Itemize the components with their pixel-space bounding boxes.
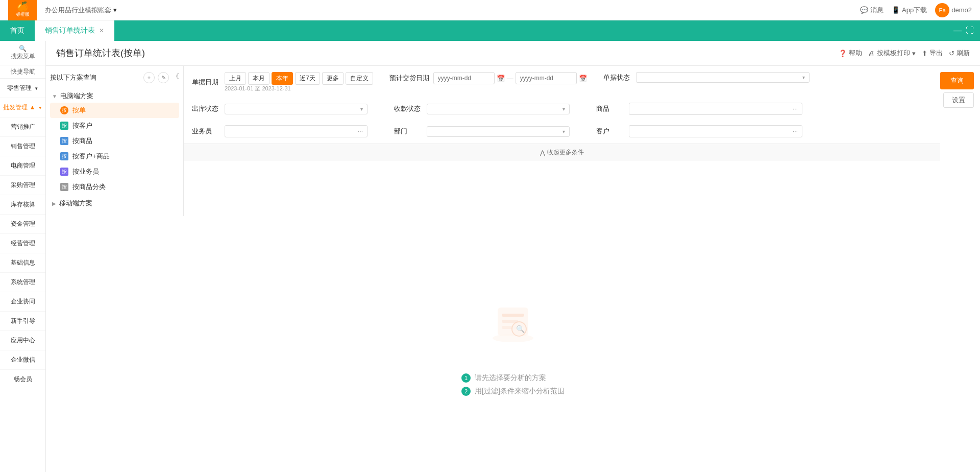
expected-date-start[interactable] [433,72,495,84]
message-icon: 💬 [860,6,868,14]
sidebar-item-guide[interactable]: 新手引导 [0,312,45,331]
topbar-left: 🍊 标橙版 办公用品行业模拟账套 ▾ [8,0,117,20]
ship-status-select[interactable]: ▾ [225,104,368,114]
sidebar-item-inventory[interactable]: 库存核算 [0,195,45,215]
empty-tips: 1 请先选择要分析的方案 2 用[过滤]条件来缩小分析范围 [461,373,565,396]
marketing-label: 营销推广 [11,123,35,130]
dept-select[interactable]: ▾ [427,126,570,137]
help-btn[interactable]: ❓ 帮助 [839,49,862,58]
payment-status-select[interactable]: ▾ [427,104,570,114]
customer-select[interactable]: ··· [629,125,802,137]
reset-btn[interactable]: 设置 [943,92,974,108]
scheme-item-by-goods[interactable]: 按 按商品 [50,133,179,149]
date-btn-last-month[interactable]: 上月 [225,72,246,85]
sidebar-item-operation[interactable]: 经营管理 [0,234,45,253]
scheme-edit-btn[interactable]: ✎ [158,72,169,83]
wechat-label: 企业微信 [11,356,35,363]
by-customer-label: 按客户 [72,121,92,130]
more-icon[interactable]: ··· [793,128,798,135]
calendar-end-icon[interactable]: 📅 [579,75,587,82]
sidebar-item-finance[interactable]: 资金管理 [0,215,45,234]
scheme-item-by-category[interactable]: 按 按商品分类 [50,179,179,195]
customer-label: 客户 [596,127,625,136]
collapse-bar[interactable]: ⋀ 收起更多条件 [184,144,940,161]
sidebar-item-member[interactable]: 畅会员 [0,370,45,389]
date-btn-this-month[interactable]: 本月 [248,72,270,85]
scheme-group-desktop-header[interactable]: ▼ 电脑端方案 [50,89,179,103]
window-minimize-btn[interactable]: — [953,26,962,35]
by-customer-goods-label: 按客户+商品 [72,152,110,161]
sidebar-item-sales[interactable]: 销售管理 [0,137,45,156]
goods-select[interactable]: ··· [629,103,802,115]
template-print-label: 按模板打印 [877,49,910,58]
dept-label: 部门 [394,127,423,136]
logo: 🍊 标橙版 [8,0,37,20]
sidebar-item-marketing[interactable]: 营销推广 [0,117,45,137]
expected-date-inputs: 📅 — 📅 [433,72,587,84]
tip-num-1: 1 [461,373,471,383]
sidebar-item-app-center[interactable]: 应用中心 [0,331,45,350]
sidebar-item-wholesale[interactable]: 批发管理 ▲ [0,98,45,117]
template-print-btn[interactable]: 🖨 按模板打印 ▾ [868,49,916,58]
close-icon[interactable]: ✕ [99,27,104,34]
sidebar-item-cooperation[interactable]: 企业协同 [0,292,45,312]
date-btn-7days[interactable]: 近7天 [295,72,320,85]
calendar-start-icon[interactable]: 📅 [497,75,505,82]
by-category-icon: 按 [60,183,68,191]
sidebar-item-system[interactable]: 系统管理 [0,273,45,292]
sales-label: 销售管理 [11,143,35,150]
sidebar-item-basics[interactable]: 基础信息 [0,253,45,273]
scheme-collapse-btn[interactable]: 《 [172,72,179,83]
help-icon: ❓ [839,50,847,57]
page-header: 销售订单统计表(按单) ❓ 帮助 🖨 按模板打印 ▾ ⬆ 导出 ↺ 刷新 [46,41,980,66]
scheme-group-mobile-label: 移动端方案 [59,199,92,208]
query-btn[interactable]: 查询 [940,72,974,89]
date-btn-this-year[interactable]: 本年 [272,72,293,85]
date-btn-more[interactable]: 更多 [322,72,344,85]
date-btn-custom[interactable]: 自定义 [346,72,373,85]
customer-filter: 客户 ··· [596,125,932,137]
refresh-btn[interactable]: ↺ 刷新 [949,49,970,58]
tab-home[interactable]: 首页 [0,20,35,41]
ship-status-label: 出库状态 [192,104,220,113]
scheme-group-mobile-header[interactable]: ▶ 移动端方案 [50,197,179,210]
tab-sales-order-stats[interactable]: 销售订单统计表 ✕ [35,20,114,41]
salesperson-select[interactable]: ··· [225,125,368,137]
export-btn[interactable]: ⬆ 导出 [922,49,943,58]
cooperation-label: 企业协同 [11,298,35,305]
sidebar-item-ecommerce[interactable]: 电商管理 [0,156,45,176]
expected-date-end[interactable] [516,72,577,84]
payment-status-filter: 收款状态 ▾ [394,104,570,114]
scheme-item-by-customer[interactable]: 按 按客户 [50,118,179,133]
scheme-panel: 按以下方案查询 + ✎ 《 ▼ 电脑端方案 按 按单 [46,66,184,216]
more-icon[interactable]: ··· [358,128,363,135]
by-order-label: 按单 [72,106,86,115]
sidebar-item-retail[interactable]: 零售管理 [0,79,45,98]
user-menu[interactable]: Ea demo2 [935,3,972,17]
scheme-item-by-customer-goods[interactable]: 按 按客户+商品 [50,149,179,164]
svg-text:🔍: 🔍 [516,325,525,334]
app-selector[interactable]: 办公用品行业模拟账套 ▾ [41,6,117,15]
scheme-item-by-salesperson[interactable]: 按 按业务员 [50,164,179,179]
expand-icon: ▶ [52,201,56,206]
sidebar-quick-nav[interactable]: 快捷导航 [0,65,45,79]
topbar: 🍊 标橙版 办公用品行业模拟账套 ▾ 💬 消息 📱 App下载 Ea demo2 [0,0,980,20]
by-goods-label: 按商品 [72,136,92,146]
window-maximize-btn[interactable]: ⛶ [966,26,974,35]
app-download-btn[interactable]: 📱 App下载 [892,6,927,15]
by-customer-icon: 按 [60,122,68,130]
scheme-item-by-order[interactable]: 按 按单 [50,103,179,118]
expected-date-label: 预计交货日期 [389,74,429,83]
sidebar-search[interactable]: 🔍 搜索菜单 [0,41,45,65]
message-btn[interactable]: 💬 消息 [860,6,884,15]
order-status-select[interactable]: ▾ [636,72,810,83]
purchase-label: 采购管理 [11,181,35,188]
expected-date-filter: 预计交货日期 📅 — 📅 [389,72,587,84]
page-actions: ❓ 帮助 🖨 按模板打印 ▾ ⬆ 导出 ↺ 刷新 [839,49,970,58]
scheme-add-btn[interactable]: + [143,72,155,83]
empty-tip-1: 1 请先选择要分析的方案 [461,373,565,383]
sidebar-item-purchase[interactable]: 采购管理 [0,176,45,195]
app-download-icon: 📱 [892,6,900,14]
more-icon[interactable]: ··· [793,105,798,112]
sidebar-item-wechat[interactable]: 企业微信 [0,350,45,370]
